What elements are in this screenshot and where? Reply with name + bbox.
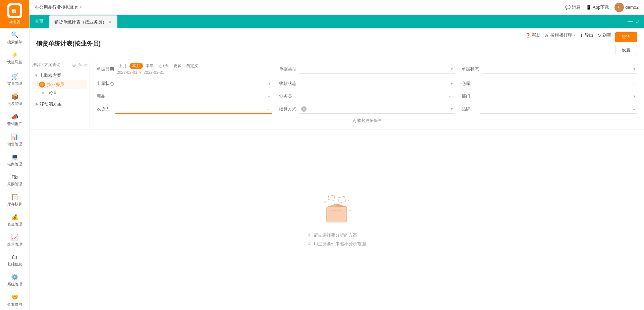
export-btn[interactable]: ⬇ 导出 [580, 32, 593, 38]
app-download-btn[interactable]: 📱 App下载 [586, 4, 609, 10]
sidebar-item-quick-nav[interactable]: ⚡ 快捷导航 [0, 48, 29, 68]
scheme-item-salesperson[interactable]: 按 按业务员 [32, 80, 87, 89]
ecommerce-icon: 💻 [11, 153, 18, 161]
quick-nav-icon: ⚡ [11, 51, 18, 59]
warehouse-more-icon: ··· [631, 81, 635, 86]
collapse-up-icon: ⋀ [353, 118, 356, 123]
date-tab-7days[interactable]: 近7天 [156, 63, 171, 69]
collect-status-control[interactable]: ▾ [299, 79, 455, 88]
dept-label: 部门 [462, 93, 478, 99]
dept-control[interactable]: ▾ [480, 92, 637, 101]
inventory-icon: 📋 [11, 193, 18, 201]
print-btn[interactable]: 🖨 按模板打印 ▾ [545, 32, 576, 38]
warehouse-control[interactable]: ··· [480, 79, 637, 88]
sidebar-item-retail[interactable]: 🛒 零售管理 [0, 69, 29, 90]
collapse-panel-icon[interactable]: « [84, 62, 87, 68]
doc-status-control[interactable]: ▾ [482, 64, 637, 74]
empty-hint-1: ① 请先选择要分析的方案 [308, 231, 366, 240]
filter-brand: 品牌 ··· [462, 104, 637, 114]
svg-rect-7 [328, 195, 335, 200]
query-button[interactable]: 查询 [615, 32, 637, 42]
brand-control[interactable]: ··· [480, 104, 637, 114]
download-icon: 📱 [586, 5, 591, 10]
sidebar-item-ecommerce[interactable]: 💻 电商管理 [0, 150, 29, 170]
product-control[interactable]: ··· [115, 92, 272, 101]
message-icon: 💬 [565, 5, 571, 10]
filter-collect-status: 收款状态 ▾ [279, 79, 455, 88]
app-logo: 畅 标准版 [0, 0, 29, 28]
svg-rect-2 [327, 207, 347, 222]
scheme-group-pc[interactable]: ▼ 电脑端方案 [32, 71, 87, 80]
filter-out-status: 出库状态 ▾ [97, 79, 272, 88]
tab-minimize-icon[interactable]: — [628, 18, 633, 24]
sidebar-item-inventory[interactable]: 📋 库存核算 [0, 190, 29, 210]
topbar: 办公用品行业模拟账套 ▾ 💬 消息 📱 App下载 E demo2 [30, 0, 644, 15]
sales-icon: 📊 [11, 133, 18, 141]
svg-marker-3 [327, 204, 337, 207]
sidebar-item-search[interactable]: 🔍 搜索菜单 [0, 28, 29, 48]
refresh-btn[interactable]: ↻ 刷新 [597, 32, 611, 38]
tab-home[interactable]: 首页 [30, 15, 49, 28]
scheme-active-icon: 按 [39, 82, 45, 88]
sidebar-item-system[interactable]: ⚙️ 系统管理 [0, 270, 29, 290]
salesperson-control[interactable]: ··· [298, 92, 455, 101]
sidebar-item-purchase[interactable]: 🛍 采购管理 [0, 170, 29, 190]
date-tab-thismonth[interactable]: 本月 [129, 63, 143, 69]
collapse-bar[interactable]: ⋀ 收起更多条件 [97, 115, 637, 126]
sidebar-item-basics[interactable]: 🗂 基础信息 [0, 250, 29, 270]
tab-maximize-icon[interactable]: ⤢ [636, 18, 640, 25]
chevron-down-icon: ▼ [34, 73, 38, 78]
right-filter-panel: 单据日期 上月 本月 本年 近7天 更多 自定义 20 [90, 58, 644, 130]
tab-sales-stat[interactable]: 销货单统计表（按业务员） ✕ [49, 15, 117, 29]
filter-product: 商品 ··· [97, 92, 272, 101]
brand-label: 品牌 [462, 106, 478, 112]
date-tab-lastmonth[interactable]: 上月 [117, 63, 129, 69]
filter-salesperson: 业务员 ··· [279, 92, 455, 101]
sub-scheme-item-order[interactable]: ≡ 按单 [32, 89, 87, 98]
sidebar-item-business[interactable]: 📈 经营管理 [0, 230, 29, 250]
account-name: 办公用品行业模拟账套 [35, 4, 78, 10]
export-icon: ⬇ [580, 33, 583, 38]
recipient-control[interactable]: ··· [115, 104, 272, 114]
edit-scheme-icon[interactable]: ✎ [78, 62, 82, 68]
dropdown-chevron-icon: ▾ [80, 5, 82, 9]
help-btn[interactable]: ❓ 帮助 [525, 32, 541, 38]
sidebar-item-wholesale[interactable]: 📦 批发管理 [0, 90, 29, 110]
business-icon: 📈 [11, 234, 18, 241]
date-tab-custom[interactable]: 自定义 [184, 63, 200, 69]
add-scheme-icon[interactable]: ⊕ [72, 62, 76, 68]
svg-point-10 [350, 210, 351, 211]
sidebar-item-marketing[interactable]: 📣 营销推广 [0, 110, 29, 130]
filter-date: 单据日期 上月 本月 本年 近7天 更多 自定义 20 [97, 63, 272, 75]
mobile-group[interactable]: ▶ 移动端方案 [32, 100, 87, 108]
out-status-control[interactable]: ▾ [117, 79, 272, 88]
date-label: 单据日期 [97, 66, 114, 72]
scheme-section-mobile: ▶ 移动端方案 [32, 100, 87, 108]
sidebar-item-enterprise[interactable]: 🤝 企业协同 [0, 290, 29, 310]
filter-doc-type: 单据类型 ▾ [279, 63, 455, 75]
left-panel-icons: ⊕ ✎ « [72, 62, 87, 68]
salesperson-label: 业务员 [279, 93, 295, 99]
empty-state: ① 请先选择要分析的方案 ② 用过滤条件来缩小分析范围 [30, 130, 644, 310]
message-btn[interactable]: 💬 消息 [565, 4, 581, 10]
account-dropdown[interactable]: 办公用品行业模拟账套 ▾ [35, 4, 82, 10]
sidebar-item-finance[interactable]: 💰 资金管理 [0, 210, 29, 230]
settle-method-chevron-icon: ▾ [451, 107, 453, 111]
pc-group-label: 电脑端方案 [40, 72, 61, 79]
topbar-left: 办公用品行业模拟账套 ▾ [35, 4, 82, 10]
collect-status-label: 收款状态 [279, 81, 297, 87]
date-tab-more[interactable]: 更多 [171, 63, 183, 69]
settings-button[interactable]: 设置 [615, 45, 637, 55]
sidebar-item-sales[interactable]: 📊 销售管理 [0, 130, 29, 150]
settle-method-control[interactable]: × ▾ [299, 104, 455, 114]
settle-method-clear-btn[interactable]: × [301, 106, 307, 112]
filter-area-inner: 按以下方案查询 ⊕ ✎ « ▼ 电脑端方案 按 [30, 58, 644, 130]
print-icon: 🖨 [545, 33, 549, 38]
user-menu[interactable]: E demo2 [614, 3, 639, 12]
doc-type-control[interactable]: ▾ [299, 64, 455, 74]
brand-more-icon: ··· [631, 106, 635, 112]
tab-close-icon[interactable]: ✕ [109, 20, 112, 24]
collect-status-chevron-icon: ▾ [451, 81, 453, 86]
date-tab-thisyear[interactable]: 本年 [144, 63, 156, 69]
retail-icon: 🛒 [11, 73, 18, 80]
